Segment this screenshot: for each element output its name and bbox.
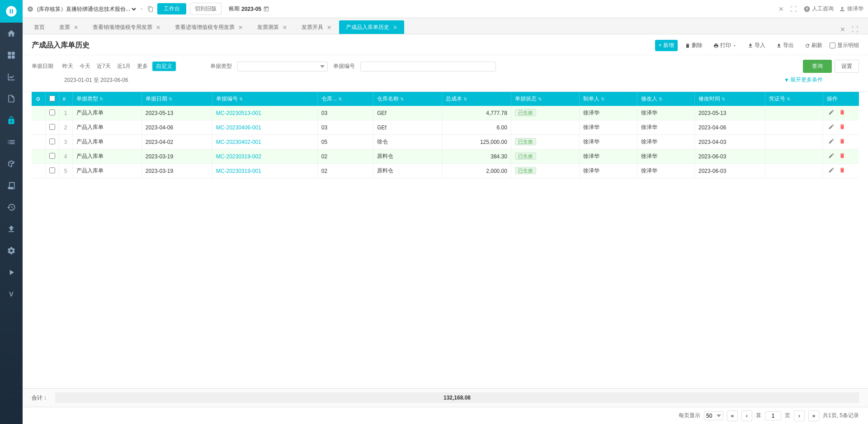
last-page-button[interactable]: » [808, 410, 819, 421]
refresh-button[interactable]: 刷新 [801, 40, 826, 51]
tab-invoice[interactable]: 发票 ✕ [52, 20, 85, 34]
col-modifier[interactable]: 修改人⇅ [637, 92, 694, 106]
row-delete-button[interactable] [838, 152, 847, 161]
row-checkbox-cell[interactable] [45, 164, 59, 178]
number-filter-input[interactable] [360, 62, 496, 71]
maximize-window-button[interactable]: ⛶ [788, 5, 798, 14]
sidebar-item-settings[interactable] [0, 240, 23, 262]
sidebar-item-v[interactable]: V [0, 283, 23, 305]
support-label[interactable]: 人工咨询 [812, 5, 834, 13]
col-number[interactable]: 单据编号⇅ [212, 92, 317, 106]
col-type[interactable]: 单据类型⇅ [72, 92, 142, 106]
tab-invoice-calc[interactable]: 发票测算 ✕ [250, 20, 294, 34]
row-edit-button[interactable] [827, 109, 836, 117]
row-number[interactable]: MC-20230513-001 [212, 106, 317, 120]
new-button[interactable]: + 新增 [655, 40, 678, 51]
tab-invoice-calc-close[interactable]: ✕ [283, 24, 287, 31]
row-edit-button[interactable] [827, 123, 836, 132]
expand-more-button[interactable]: ▼ 展开更多条件 [784, 76, 823, 84]
sidebar-item-upload[interactable] [0, 218, 23, 240]
row-checkbox[interactable] [49, 167, 55, 173]
tab-sales-vat-close[interactable]: ✕ [156, 24, 160, 31]
row-edit-button[interactable] [827, 167, 836, 175]
row-number[interactable]: MC-20230319-001 [212, 164, 317, 178]
row-edit-button[interactable] [827, 138, 836, 146]
query-button[interactable]: 查询 [803, 60, 832, 73]
sidebar-item-receipt[interactable] [0, 175, 23, 196]
prev-page-button[interactable]: ‹ [741, 410, 752, 421]
sidebar-item-chart[interactable] [0, 66, 23, 88]
export-button[interactable]: 导出 [773, 40, 797, 51]
tab-invoice-issue[interactable]: 发票开具 ✕ [295, 20, 338, 34]
row-number-link[interactable]: MC-20230406-001 [216, 124, 261, 131]
date-today[interactable]: 今天 [78, 62, 92, 71]
row-number[interactable]: MC-20230406-001 [212, 120, 317, 135]
col-date[interactable]: 单据日期⇅ [142, 92, 212, 106]
col-wh-code[interactable]: 仓库...⇅ [317, 92, 373, 106]
set-button[interactable]: 设置 [835, 60, 859, 73]
first-page-button[interactable]: « [727, 410, 738, 421]
row-checkbox[interactable] [49, 153, 55, 159]
calendar-icon[interactable] [263, 6, 269, 12]
row-number-link[interactable]: MC-20230513-001 [216, 110, 261, 116]
row-checkbox-cell[interactable] [45, 120, 59, 135]
col-total-cost[interactable]: 总成本⇅ [442, 92, 511, 106]
history-button[interactable]: 切到旧版 [190, 3, 222, 15]
row-delete-button[interactable] [838, 167, 847, 175]
company-select[interactable]: (库存核算）直播轻绑通信息技术股份... [35, 5, 137, 13]
page-number-input[interactable] [765, 411, 781, 420]
row-checkbox[interactable] [49, 138, 55, 144]
date-1month[interactable]: 近1月 [115, 62, 133, 71]
row-edit-button[interactable] [827, 152, 836, 161]
row-number[interactable]: MC-20230319-002 [212, 149, 317, 164]
date-yesterday[interactable]: 昨天 [61, 62, 75, 71]
per-page-select[interactable]: 50 20 100 [704, 411, 723, 420]
tab-product-inbound[interactable]: 产成品入库单历史 ✕ [339, 20, 404, 34]
date-custom[interactable]: 自定义 [152, 62, 176, 71]
tab-expand-button[interactable]: ⛶ [850, 25, 860, 34]
workbench-button[interactable]: 工作台 [157, 3, 186, 14]
col-status[interactable]: 单据状态⇅ [511, 92, 579, 106]
show-detail-input[interactable] [830, 43, 835, 48]
type-filter-select[interactable] [237, 62, 328, 71]
sidebar-item-lock[interactable] [0, 110, 23, 131]
sidebar-item-play[interactable] [0, 262, 23, 283]
select-all-checkbox[interactable] [49, 95, 55, 101]
delete-button[interactable]: 删除 [681, 40, 706, 51]
row-checkbox-cell[interactable] [45, 135, 59, 149]
tab-home[interactable]: 首页 [27, 20, 52, 34]
row-checkbox-cell[interactable] [45, 149, 59, 164]
row-checkbox[interactable] [49, 124, 55, 130]
tab-purchase-vat-close[interactable]: ✕ [238, 24, 243, 31]
tab-purchase-vat[interactable]: 查看进项增值税专用发票 ✕ [168, 20, 250, 34]
row-number-link[interactable]: MC-20230402-001 [216, 139, 261, 145]
tab-invoice-issue-close[interactable]: ✕ [327, 24, 331, 31]
row-delete-button[interactable] [838, 123, 847, 132]
col-modify-time[interactable]: 修改时间⇅ [695, 92, 765, 106]
tab-close-button[interactable]: ✕ [838, 25, 847, 34]
col-select-all[interactable] [45, 92, 59, 106]
row-delete-button[interactable] [838, 109, 847, 117]
sidebar-item-history[interactable] [0, 196, 23, 218]
row-number[interactable]: MC-20230402-001 [212, 135, 317, 149]
col-settings[interactable]: ⚙ [32, 92, 45, 106]
row-number-link[interactable]: MC-20230319-002 [216, 153, 261, 160]
date-more[interactable]: 更多 [135, 62, 150, 71]
row-number-link[interactable]: MC-20230319-001 [216, 168, 261, 174]
close-window-button[interactable]: ✕ [777, 5, 786, 14]
col-creator[interactable]: 制单人⇅ [580, 92, 637, 106]
row-delete-button[interactable] [838, 138, 847, 146]
row-checkbox-cell[interactable] [45, 106, 59, 120]
tab-invoice-close[interactable]: ✕ [74, 24, 78, 31]
sidebar-item-box[interactable] [0, 153, 23, 175]
sidebar-item-doc[interactable] [0, 88, 23, 110]
sidebar-item-list[interactable] [0, 131, 23, 153]
tab-sales-vat[interactable]: 查看销项增值税专用发票 ✕ [86, 20, 167, 34]
row-checkbox[interactable] [49, 110, 55, 115]
import-button[interactable]: 导入 [744, 40, 769, 51]
tab-product-inbound-close[interactable]: ✕ [393, 24, 397, 31]
col-voucher[interactable]: 凭证号⇅ [765, 92, 823, 106]
next-page-button[interactable]: › [794, 410, 805, 421]
sidebar-item-home[interactable] [0, 23, 23, 44]
date-7days[interactable]: 近7天 [95, 62, 113, 71]
